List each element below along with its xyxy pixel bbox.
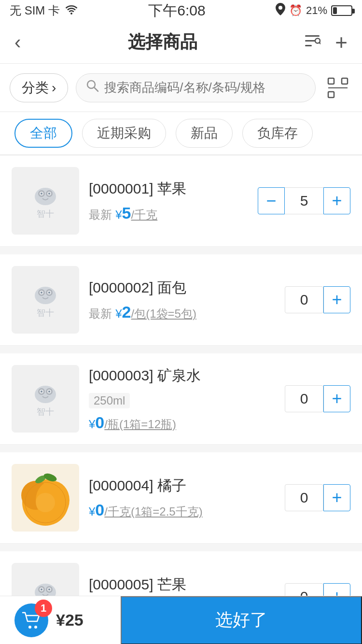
product-image-1: 智十 — [12, 266, 79, 334]
qty-input-3[interactable] — [285, 484, 323, 511]
svg-point-25 — [35, 386, 56, 403]
svg-rect-8 — [342, 78, 348, 84]
qty-input-0[interactable] — [285, 187, 323, 214]
product-info-3: [0000004] 橘子 ¥0/千克(1箱=2.5千克) — [89, 476, 275, 519]
svg-point-31 — [48, 391, 50, 392]
svg-point-61 — [34, 626, 37, 629]
confirm-button[interactable]: 选好了 — [121, 596, 362, 644]
cart-section: 1 ¥25 — [0, 603, 121, 637]
back-button[interactable]: ‹ — [14, 31, 21, 53]
tab-negative[interactable]: 负库存 — [242, 119, 313, 148]
tab-new[interactable]: 新品 — [176, 119, 233, 148]
chevron-right-icon: › — [52, 80, 56, 96]
qty-input-1[interactable] — [285, 286, 323, 313]
svg-point-24 — [48, 292, 50, 294]
bottom-bar: 1 ¥25 选好了 — [0, 596, 362, 644]
product-image-0: 智十 — [12, 167, 79, 235]
svg-rect-2 — [305, 45, 312, 46]
qty-control-1: + — [285, 286, 350, 313]
product-item-1: 智十 [0000002] 面包 最新 ¥2/包(1袋=5包) + — [0, 254, 362, 346]
svg-line-6 — [94, 87, 98, 91]
svg-point-23 — [41, 292, 42, 294]
svg-point-11 — [35, 188, 56, 205]
alarm-icon: ⏰ — [289, 4, 302, 17]
nav-bar: ‹ 选择商品 + — [0, 21, 362, 64]
product-name-1: [0000002] 面包 — [89, 278, 275, 298]
product-price-3: ¥0/千克(1箱=2.5千克) — [89, 501, 275, 519]
page-title: 选择商品 — [128, 30, 197, 54]
svg-point-38 — [36, 493, 55, 512]
search-wrap — [76, 73, 316, 102]
svg-point-30 — [41, 391, 42, 392]
category-button[interactable]: 分类 › — [10, 73, 68, 102]
product-name-3: [0000004] 橘子 — [89, 476, 275, 496]
battery-icon — [331, 5, 352, 16]
wifi-icon — [65, 4, 78, 17]
svg-rect-7 — [328, 78, 334, 84]
product-image-3 — [12, 464, 79, 532]
tab-bar: 全部 近期采购 新品 负库存 — [0, 112, 362, 155]
status-left: 无 SIM 卡 — [10, 3, 78, 18]
battery-label: 21% — [306, 4, 327, 17]
qty-control-3: + — [285, 484, 350, 511]
nav-actions: + — [304, 30, 348, 55]
qty-minus-0[interactable]: − — [258, 187, 285, 214]
svg-point-45 — [48, 588, 50, 590]
product-price-1: 最新 ¥2/包(1袋=5包) — [89, 303, 275, 322]
qty-input-2[interactable] — [285, 385, 323, 412]
svg-rect-9 — [328, 92, 334, 98]
product-list: 智十 [0000001] 苹果 最新 ¥5/千克 − + — [0, 155, 362, 644]
carrier-label: 无 SIM 卡 — [10, 3, 60, 18]
status-right: ⏰ 21% — [276, 3, 352, 18]
qty-plus-1[interactable]: + — [323, 286, 350, 313]
product-item-3: [0000004] 橘子 ¥0/千克(1箱=2.5千克) + — [0, 452, 362, 544]
qty-plus-0[interactable]: + — [323, 187, 350, 214]
cart-badge: 1 — [35, 600, 52, 617]
search-input[interactable] — [104, 80, 306, 95]
product-item-2: 智十 [0000003] 矿泉水 250ml ¥0/瓶(1箱=12瓶) + — [0, 353, 362, 445]
qty-plus-2[interactable]: + — [323, 385, 350, 412]
status-time: 下午6:08 — [148, 1, 205, 21]
svg-rect-1 — [305, 40, 316, 42]
status-bar: 无 SIM 卡 下午6:08 ⏰ 21% — [0, 0, 362, 21]
cart-total: ¥25 — [56, 611, 84, 630]
svg-point-18 — [35, 287, 56, 304]
product-name-0: [0000001] 苹果 — [89, 179, 248, 199]
qty-control-0: − + — [258, 187, 350, 214]
svg-rect-0 — [305, 35, 320, 37]
svg-point-16 — [41, 193, 42, 195]
svg-point-17 — [48, 193, 50, 195]
filter-icon[interactable] — [304, 32, 320, 53]
location-icon — [276, 3, 285, 18]
scan-button[interactable] — [323, 73, 352, 102]
product-name-4: [0000005] 芒果 — [89, 575, 275, 595]
product-image-2: 智十 — [12, 365, 79, 433]
product-price-2: ¥0/瓶(1箱=12瓶) — [89, 413, 275, 432]
tab-all[interactable]: 全部 — [14, 119, 72, 148]
search-icon — [86, 79, 99, 96]
product-spec-2: 250ml — [89, 393, 130, 408]
tab-recent[interactable]: 近期采购 — [82, 119, 166, 148]
product-info-1: [0000002] 面包 最新 ¥2/包(1袋=5包) — [89, 278, 275, 322]
svg-point-44 — [41, 588, 42, 590]
qty-control-2: + — [285, 385, 350, 412]
cart-button[interactable]: 1 — [14, 603, 48, 637]
qty-plus-3[interactable]: + — [323, 484, 350, 511]
product-item-0: 智十 [0000001] 苹果 最新 ¥5/千克 − + — [0, 155, 362, 247]
category-label: 分类 — [22, 79, 49, 97]
svg-line-4 — [320, 42, 321, 44]
add-button[interactable]: + — [335, 30, 348, 55]
svg-point-60 — [28, 626, 31, 629]
product-name-2: [0000003] 矿泉水 — [89, 366, 275, 386]
filter-bar: 分类 › — [0, 64, 362, 112]
product-info-2: [0000003] 矿泉水 250ml ¥0/瓶(1箱=12瓶) — [89, 366, 275, 432]
product-info-0: [0000001] 苹果 最新 ¥5/千克 — [89, 179, 248, 223]
product-price-0: 最新 ¥5/千克 — [89, 204, 248, 223]
